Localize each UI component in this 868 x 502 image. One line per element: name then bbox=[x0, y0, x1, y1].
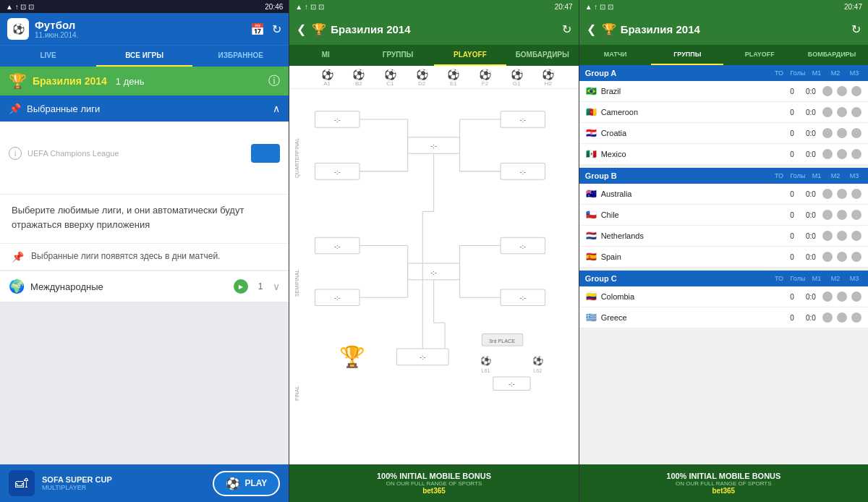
p3-tab-matches[interactable]: МАТЧИ bbox=[579, 45, 652, 65]
fav-description: Выберите любимые лиги, и они автоматичес… bbox=[0, 194, 289, 243]
m1-mexico bbox=[822, 149, 833, 159]
m2-australia bbox=[837, 189, 847, 199]
team-row-chile[interactable]: 🇨🇱 Chile 0 0:0 bbox=[579, 205, 868, 226]
sofa-title: SOFA SUPER CUP bbox=[42, 475, 112, 484]
p3-title: Бразилия 2014 bbox=[621, 23, 700, 35]
ball-C1: ⚽ bbox=[384, 69, 396, 80]
svg-text:-:-: -:- bbox=[520, 243, 527, 250]
team-name-mexico: Mexico bbox=[601, 150, 781, 158]
p2-bonus-text: 100% INITIAL MOBILE BONUS bbox=[377, 472, 491, 480]
m2-brazil bbox=[837, 86, 847, 96]
m1-cameroon bbox=[822, 107, 833, 117]
team-name-spain: Spain bbox=[601, 252, 781, 261]
m3-australia bbox=[851, 189, 861, 199]
brazil-info-icon[interactable]: ⓘ bbox=[268, 74, 280, 89]
m1-colombia bbox=[822, 292, 833, 302]
p2-tab-playoff[interactable]: PLAYOFF bbox=[434, 45, 506, 66]
p3-bonus-bar[interactable]: 100% INITIAL MOBILE BONUS ON OUR FULL RA… bbox=[579, 464, 868, 502]
m2-spain bbox=[837, 252, 847, 262]
m1-greece bbox=[822, 312, 833, 323]
team-row-mexico[interactable]: 🇲🇽 Mexico 0 0:0 bbox=[579, 144, 868, 165]
m2-croatia bbox=[837, 128, 847, 138]
fav-leagues-label: Выбранные лиги bbox=[27, 103, 100, 114]
p3-refresh-icon[interactable]: ↻ bbox=[851, 22, 861, 36]
world-icon: 🌍 bbox=[9, 278, 25, 294]
stat-goals-greece: 0:0 bbox=[803, 314, 819, 322]
m1-croatia bbox=[822, 128, 833, 138]
fav-hint: 📌 Выбранные лиги появятся здесь в дни ма… bbox=[0, 243, 289, 270]
tab-favorites[interactable]: ИЗБРАННОЕ bbox=[192, 46, 289, 67]
refresh-icon[interactable]: ↻ bbox=[272, 22, 281, 36]
col-to: ТО bbox=[771, 69, 787, 77]
team-name-greece: Greece bbox=[601, 313, 781, 322]
svg-text:⚽: ⚽ bbox=[532, 355, 544, 367]
p3-tab-top[interactable]: БОМБАРДИРЫ bbox=[796, 45, 868, 65]
sofa-play-button[interactable]: ⚽ PLAY bbox=[213, 471, 280, 496]
calendar-icon[interactable]: 📅 bbox=[250, 22, 265, 36]
p3-back-button[interactable]: ❮ bbox=[587, 22, 596, 36]
intl-play-button[interactable]: ▶ bbox=[234, 279, 248, 294]
team-row-brazil[interactable]: 🇧🇷 Brazil 0 0:0 bbox=[579, 81, 868, 102]
p2-back-button[interactable]: ❮ bbox=[297, 22, 306, 36]
p2-refresh-icon[interactable]: ↻ bbox=[562, 22, 571, 36]
team-row-australia[interactable]: 🇦🇺 Australia 0 0:0 bbox=[579, 184, 868, 205]
stat-goals-croatia: 0:0 bbox=[803, 129, 819, 137]
header-actions: 📅 ↻ bbox=[250, 22, 281, 36]
stat-to-brazil: 0 bbox=[784, 88, 800, 95]
info-circle: i bbox=[9, 147, 22, 160]
p2-tab-matches[interactable]: МI bbox=[289, 45, 362, 66]
slot-F2: ⚽ F2 bbox=[479, 69, 491, 87]
flag-croatia: 🇭🇷 bbox=[585, 127, 598, 140]
league-add-btn[interactable] bbox=[251, 144, 280, 163]
sofa-subtitle: MULTIPLAYER bbox=[42, 484, 112, 491]
team-row-cameroon[interactable]: 🇨🇲 Cameroon 0 0:0 bbox=[579, 102, 868, 123]
brazil-title: Бразилия 2014 bbox=[33, 75, 107, 87]
chevron-down-icon[interactable]: ∨ bbox=[273, 281, 280, 292]
brazil-banner[interactable]: 🏆 Бразилия 2014 1 день ⓘ bbox=[0, 67, 289, 95]
team-row-greece[interactable]: 🇬🇷 Greece 0 0:0 bbox=[579, 307, 868, 328]
stat-to-mexico: 0 bbox=[784, 150, 800, 158]
p2-bet365: bet365 bbox=[422, 487, 446, 495]
stat-to-colombia: 0 bbox=[784, 293, 800, 301]
fav-desc-text: Выберите любимые лиги, и они автоматичес… bbox=[12, 205, 244, 230]
p2-title-area: 🏆 Бразилия 2014 bbox=[312, 22, 556, 36]
stat-to-chile: 0 bbox=[784, 211, 800, 219]
m1-spain bbox=[822, 252, 833, 262]
p1-main-content: 🏆 Бразилия 2014 1 день ⓘ 📌 Выбранные лиг… bbox=[0, 67, 289, 464]
chevron-up-icon[interactable]: ∧ bbox=[273, 103, 280, 114]
tab-live[interactable]: LIVE bbox=[0, 46, 96, 67]
team-name-australia: Australia bbox=[601, 190, 781, 198]
slot-B2-label: B2 bbox=[355, 80, 362, 87]
stat-to-greece: 0 bbox=[784, 314, 800, 322]
group-a-header: Group A ТО Голы М1 М2 М3 bbox=[579, 65, 868, 81]
p2-signal: ▲ ↑ ⊡ ⊡ bbox=[295, 3, 323, 11]
time-1: 20:46 bbox=[265, 3, 283, 11]
m3-croatia bbox=[851, 128, 861, 138]
m3-chile bbox=[851, 210, 861, 220]
tab-all-games[interactable]: ВСЕ ИГРЫ bbox=[96, 46, 192, 67]
team-row-netherlands[interactable]: 🇳🇱 Netherlands 0 0:0 bbox=[579, 226, 868, 247]
stat-goals-spain: 0:0 bbox=[803, 253, 819, 261]
p2-tab-top[interactable]: БОМБАРДИРЫ bbox=[506, 45, 579, 66]
team-row-colombia[interactable]: 🇨🇴 Colombia 0 0:0 bbox=[579, 286, 868, 307]
ball-F2: ⚽ bbox=[479, 69, 491, 80]
p2-time: 20:47 bbox=[555, 3, 573, 11]
slot-E1: ⚽ E1 bbox=[447, 69, 459, 87]
m3-cameroon bbox=[851, 107, 861, 117]
panel-3: ▲ ↑ ⊡ ⊡ 20:47 ❮ 🏆 Бразилия 2014 ↻ МАТЧИ … bbox=[579, 0, 868, 502]
svg-text:QUARTERFINAL: QUARTERFINAL bbox=[294, 138, 300, 178]
p3-tab-playoff[interactable]: PLAYOFF bbox=[723, 45, 796, 65]
svg-text:-:-: -:- bbox=[520, 169, 527, 176]
m3-colombia bbox=[851, 292, 861, 302]
flag-chile: 🇨🇱 bbox=[585, 208, 598, 221]
slot-D2: ⚽ D2 bbox=[416, 69, 428, 87]
svg-text:-:-: -:- bbox=[509, 380, 515, 388]
international-row[interactable]: 🌍 Международные ▶ 1 ∨ bbox=[0, 270, 289, 302]
p3-tab-groups[interactable]: ГРУППЫ bbox=[651, 45, 723, 65]
p2-bonus-bar[interactable]: 100% INITIAL MOBILE BONUS ON OUR FULL RA… bbox=[289, 464, 578, 502]
p2-tab-groups[interactable]: ГРУППЫ bbox=[362, 45, 434, 66]
fav-leagues-header[interactable]: 📌 Выбранные лиги ∧ bbox=[0, 95, 289, 122]
team-row-spain[interactable]: 🇪🇸 Spain 0 0:0 bbox=[579, 247, 868, 268]
ball-A1: ⚽ bbox=[321, 69, 333, 80]
team-row-croatia[interactable]: 🇭🇷 Croatia 0 0:0 bbox=[579, 123, 868, 144]
